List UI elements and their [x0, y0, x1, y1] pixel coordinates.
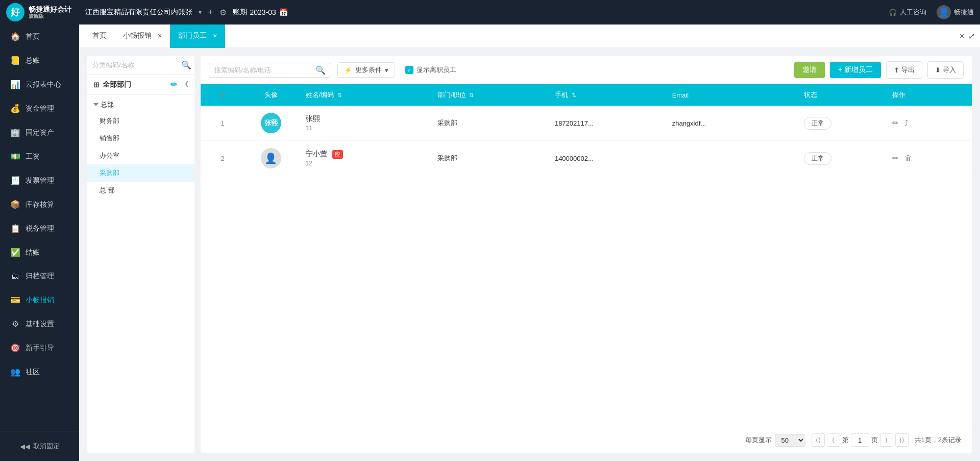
tab-dept-employee[interactable]: 部门员工 × — [170, 25, 225, 48]
sidebar-item-archive[interactable]: 🗂 归档管理 — [0, 264, 79, 288]
sidebar-item-archive-label: 归档管理 — [26, 272, 54, 281]
col-header-settings[interactable]: ⚙ — [201, 84, 244, 106]
sidebar-item-close[interactable]: ✅ 结账 — [0, 240, 79, 264]
sidebar-item-expense[interactable]: 💳 小畅报销 — [0, 288, 79, 312]
tab-expense-close[interactable]: × — [158, 32, 162, 40]
dept-search-input[interactable] — [92, 61, 178, 69]
edit-icon[interactable]: ✏ — [892, 154, 899, 162]
avatar: 👤 — [261, 148, 281, 168]
cancel-fixed-button[interactable]: ◀◀ 取消固定 — [0, 436, 79, 456]
status-badge: 正常 — [804, 117, 831, 130]
content-area: 首页 小畅报销 × 部门员工 × × ⤢ 🔍 — [79, 25, 980, 461]
invite-button[interactable]: 邀请 — [794, 62, 825, 78]
topbar: 好 畅捷通好会计 旗舰版 江西服宝精品有限责任公司内账张 ▾ + ⚙ 账期 20… — [0, 0, 980, 25]
edit-dept-icon[interactable]: ✏ — [170, 80, 177, 89]
topbar-company: 江西服宝精品有限责任公司内账张 ▾ + ⚙ 账期 2023-03 📅 — [85, 7, 889, 18]
add-company-icon[interactable]: + — [208, 7, 213, 18]
col-header-avatar: 头像 — [244, 84, 297, 106]
sidebar-item-community[interactable]: 👥 社区 — [0, 360, 79, 384]
employee-search-input[interactable] — [214, 66, 312, 74]
period-label: 账期 2023-03 📅 — [233, 8, 288, 17]
sidebar-item-funds[interactable]: 💰 资金管理 — [0, 96, 79, 120]
show-left-employees: ✓ 显示离职员工 — [405, 65, 456, 75]
close-window-btn[interactable]: × — [960, 32, 964, 41]
sidebar-item-home[interactable]: 🏠 首页 — [0, 25, 79, 48]
row-avatar: 👤 — [244, 141, 297, 176]
sidebar-item-ledger-label: 总账 — [26, 56, 40, 65]
export-button[interactable]: ⬆ 导出 — [886, 61, 922, 79]
sidebar-item-salary[interactable]: 💵 工资 — [0, 144, 79, 168]
import-button[interactable]: ⬇ 导入 — [927, 61, 964, 79]
dept-item-finance[interactable]: 财务部 — [87, 112, 194, 130]
sidebar-item-inventory[interactable]: 📦 库存核算 — [0, 192, 79, 216]
delete-icon[interactable]: 🗑 — [904, 154, 912, 162]
dept-item-hq[interactable]: 总 部 — [87, 182, 194, 199]
tab-expense[interactable]: 小畅报销 × — [115, 25, 170, 48]
sidebar-item-community-label: 社区 — [26, 368, 40, 377]
add-employee-button[interactable]: + 新增员工 — [830, 62, 881, 78]
collapse-btn[interactable]: 《 — [181, 80, 188, 89]
prev-page-btn[interactable]: ⟨ — [827, 433, 840, 447]
page-number-input[interactable] — [851, 433, 869, 447]
cancel-fixed-icon: ◀◀ — [20, 443, 30, 450]
dept-search-icon[interactable]: 🔍 — [181, 60, 191, 70]
row-dept: 采购部 — [429, 106, 547, 141]
dept-item-office[interactable]: 办公室 — [87, 147, 194, 164]
sidebar-item-reports[interactable]: 📊 云报表中心 — [0, 72, 79, 96]
sidebar-item-ledger[interactable]: 📒 总账 — [0, 48, 79, 72]
dept-group-headquarters[interactable]: 总部 — [87, 97, 194, 112]
sidebar-item-invoice[interactable]: 🧾 发票管理 — [0, 168, 79, 192]
expand-window-btn[interactable]: ⤢ — [968, 31, 975, 41]
calendar-icon[interactable]: 📅 — [279, 8, 288, 16]
last-page-btn[interactable]: ⟩⟩ — [895, 433, 909, 447]
col-header-email: Email — [664, 84, 796, 106]
dept-search: 🔍 — [87, 56, 194, 75]
all-dept[interactable]: ⊞ 全部部门 — [93, 80, 131, 89]
filter-button[interactable]: ⚡ 更多条件 ▾ — [337, 62, 395, 78]
next-page-btn[interactable]: ⟩ — [880, 433, 893, 447]
edit-icon[interactable]: ✏ — [892, 118, 899, 127]
sidebar-item-close-label: 结账 — [26, 248, 40, 257]
row-num: 1 — [201, 106, 244, 141]
sidebar-item-tax[interactable]: 📋 税务管理 — [0, 216, 79, 240]
dept-tree-header: ⊞ 全部部门 ✏ 《 — [87, 75, 194, 95]
sidebar-item-guide[interactable]: 🎯 新手引导 — [0, 336, 79, 360]
row-email — [664, 141, 796, 176]
logout-icon[interactable]: ⤴ — [904, 118, 909, 127]
logo: 好 畅捷通好会计 旗舰版 — [6, 3, 85, 21]
consult-button[interactable]: 🎧 人工咨询 — [889, 8, 926, 17]
company-dropdown-icon[interactable]: ▾ — [199, 9, 202, 16]
dept-item-sales[interactable]: 销售部 — [87, 130, 194, 147]
table-row: 2 👤 宁小萱应 12 采购部 140000002... 正常 ✏ 🗑 — [201, 141, 972, 176]
settings-icon[interactable]: ⚙ — [219, 8, 227, 17]
logo-text: 畅捷通好会计 旗舰版 — [29, 5, 71, 20]
topbar-right: 🎧 人工咨询 👤 畅捷通 — [889, 5, 974, 19]
sidebar-item-basic-settings[interactable]: ⚙ 基础设置 — [0, 312, 79, 336]
invoice-icon: 🧾 — [10, 176, 20, 185]
col-header-dept[interactable]: 部门/职位 ⇅ — [429, 84, 547, 106]
user-menu[interactable]: 👤 畅捷通 — [937, 5, 974, 19]
employee-search-box: 🔍 — [209, 63, 331, 78]
dept-item-purchasing[interactable]: 采购部 — [87, 164, 194, 182]
sidebar-item-home-label: 首页 — [26, 32, 40, 41]
tab-dept-employee-close[interactable]: × — [213, 32, 217, 40]
sidebar-item-assets[interactable]: 🏢 固定资产 — [0, 120, 79, 144]
sidebar-item-assets-label: 固定资产 — [26, 128, 54, 137]
tax-icon: 📋 — [10, 224, 20, 233]
tab-expense-label: 小畅报销 — [123, 31, 152, 40]
col-header-status: 状态 — [796, 84, 884, 106]
community-icon: 👥 — [10, 367, 20, 377]
status-badge: 应 — [332, 150, 343, 159]
tab-home[interactable]: 首页 — [84, 25, 115, 48]
col-header-phone[interactable]: 手机 ⇅ — [547, 84, 664, 106]
first-page-btn[interactable]: ⟨⟨ — [812, 433, 825, 447]
show-left-checkbox[interactable]: ✓ — [405, 66, 413, 74]
dept-item-office-label: 办公室 — [100, 151, 119, 160]
logo-icon: 好 — [6, 3, 24, 21]
page-size-select[interactable]: 50 10 20 100 — [775, 434, 805, 447]
sidebar-item-guide-label: 新手引导 — [26, 344, 54, 353]
sidebar-item-basic-settings-label: 基础设置 — [26, 320, 54, 329]
page-content: 🔍 ⊞ 全部部门 ✏ 《 总部 — [79, 48, 980, 461]
col-header-name[interactable]: 姓名/编码 ⇅ — [298, 84, 430, 106]
employee-search-icon[interactable]: 🔍 — [315, 65, 326, 75]
